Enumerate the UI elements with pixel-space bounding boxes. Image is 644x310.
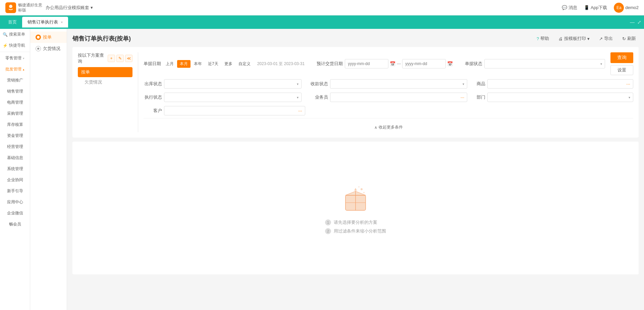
sidebar-item-operations[interactable]: 经营管理 (0, 141, 30, 152)
goods-more-icon[interactable]: ··· (626, 81, 630, 87)
date-tab-this-month[interactable]: 本月 (177, 60, 191, 68)
date-tab-custom[interactable]: 自定义 (236, 60, 253, 68)
print-button[interactable]: 🖨 按模板打印 ▾ (556, 34, 592, 43)
filter-grid-wrapper: 单据日期 上月 本月 本年 近7天 更多 自定义 2023-03-01 至 20… (144, 52, 633, 132)
sales-rep-field[interactable]: ··· (330, 93, 468, 102)
sidebar-item-newbie[interactable]: 新手引导 (0, 186, 30, 197)
sidebar-item-sales[interactable]: 销售管理 (0, 86, 30, 97)
status-dropdown[interactable]: ▾ (484, 59, 605, 68)
expected-date-end[interactable] (402, 59, 446, 68)
exec-status-dropdown[interactable]: ▾ (164, 93, 302, 102)
tab-home[interactable]: 首页 (3, 19, 22, 25)
app-download-action[interactable]: 📱 App下载 (584, 5, 607, 11)
customer-field[interactable]: ··· (164, 106, 305, 115)
sidebar-search[interactable]: 🔍 搜索菜单 (0, 29, 30, 40)
sub-sidebar-item-debt[interactable]: 欠货情况 (30, 43, 67, 54)
sidebar-item-weixin[interactable]: 企业微信 (0, 208, 30, 219)
filter-goods: 商品 ··· (475, 79, 633, 89)
scheme-item-press[interactable]: 按单 (78, 67, 132, 77)
filter-dept: 部门 ▾ (475, 93, 633, 102)
tab-expand-icon[interactable]: ⤢ (637, 19, 641, 25)
filter-row-1: 单据日期 上月 本月 本年 近7天 更多 自定义 2023-03-01 至 20… (144, 52, 633, 75)
collection-label: 收款状态 (310, 81, 328, 87)
refresh-button[interactable]: ↻ 刷新 (620, 34, 639, 43)
tab-sales-order[interactable]: 销售订单执行表 × (22, 17, 68, 28)
svg-point-2 (37, 48, 39, 50)
date-tab-this-year[interactable]: 本年 (191, 60, 205, 68)
sidebar-item-ecommerce[interactable]: 电商管理 (0, 97, 30, 108)
top-bar-left: 畅捷通好生意 标版 办公用品行业模拟账套 ▾ (5, 2, 93, 13)
sidebar-item-purchase[interactable]: 采购管理 (0, 108, 30, 119)
help-button[interactable]: ? 帮助 (534, 34, 552, 43)
empty-tip-1: 1 请先选择要分析的方案 (325, 219, 386, 225)
sidebar-item-enterprise[interactable]: 企业协同 (0, 174, 30, 186)
message-action[interactable]: 💬 消息 (562, 5, 577, 11)
page-actions: ? 帮助 🖨 按模板打印 ▾ ↗ 导出 ↻ 刷新 (534, 34, 639, 43)
sidebar-item-inventory[interactable]: 库存核算 (0, 119, 30, 130)
collapse-button[interactable]: ∧ 收起更多条件 (369, 122, 408, 132)
scheme-add-button[interactable]: + (108, 55, 115, 62)
top-bar: 畅捷通好生意 标版 办公用品行业模拟账套 ▾ 💬 消息 📱 App下载 Ea d… (0, 0, 644, 15)
date-label: 单据日期 (144, 61, 161, 67)
svg-point-1 (37, 36, 40, 39)
content-area: 销售订单执行表(按单) ? 帮助 🖨 按模板打印 ▾ ↗ 导出 ↻ 刷新 (67, 29, 644, 310)
sales-rep-more-icon[interactable]: ··· (461, 95, 465, 100)
filter-collection-status: 收款状态 ▾ (310, 79, 468, 89)
date-tab-last7[interactable]: 近7天 (205, 60, 221, 68)
scheme-header: 按以下方案查询 + ✎ ≪ (78, 52, 132, 64)
svg-point-12 (358, 186, 360, 188)
app-title[interactable]: 办公用品行业模拟账套 ▾ (46, 5, 93, 11)
query-button[interactable]: 查询 (610, 52, 633, 63)
calendar-icon-end[interactable]: 📅 (447, 61, 453, 66)
date-tabs: 上月 本月 本年 近7天 更多 自定义 (163, 60, 253, 68)
status-dropdown-arrow: ▾ (600, 62, 602, 66)
sidebar-item-app-center[interactable]: 应用中心 (0, 197, 30, 208)
page-header: 销售订单执行表(按单) ? 帮助 🖨 按模板打印 ▾ ↗ 导出 ↻ 刷新 (72, 34, 639, 43)
results-area: 1 请先选择要分析的方案 2 用过滤条件来缩小分析范围 (72, 142, 639, 274)
scheme-collapse-button[interactable]: ≪ (125, 55, 132, 62)
calendar-icon-start[interactable]: 📅 (390, 61, 395, 66)
sidebar-item-retail[interactable]: 零售管理 ▾ (0, 53, 30, 64)
tab-bar: 首页 销售订单执行表 × — ⤢ (0, 15, 644, 29)
sidebar-divider (0, 52, 30, 52)
tab-close-icon[interactable]: × (61, 20, 63, 24)
user-area[interactable]: Ea demo2 (614, 3, 639, 13)
collection-arrow: ▾ (463, 82, 464, 86)
sidebar-item-finance[interactable]: 资金管理 (0, 130, 30, 141)
top-bar-right: 💬 消息 📱 App下载 Ea demo2 (562, 3, 639, 13)
customer-more-icon[interactable]: ··· (298, 108, 302, 113)
scheme-edit-button[interactable]: ✎ (116, 55, 124, 62)
expected-date-range: 📅 — 📅 (345, 59, 453, 68)
sidebar-item-system[interactable]: 系统管理 (0, 163, 30, 174)
settings-button[interactable]: 设置 (610, 65, 633, 75)
sidebar-item-member[interactable]: 畅会员 (0, 219, 30, 230)
sidebar-nav[interactable]: ⚡ 快捷导航 (0, 40, 30, 51)
sidebar-item-wholesale[interactable]: 批发管理 ▴ (0, 64, 30, 75)
sub-sidebar: 按单 欠货情况 (30, 29, 67, 310)
expected-date-start[interactable] (345, 59, 388, 68)
scheme-item-debt[interactable]: 欠货情况 (78, 77, 132, 87)
empty-icon (339, 182, 372, 215)
sub-sidebar-item-press[interactable]: 按单 (30, 32, 67, 43)
sidebar-item-marketing[interactable]: 营销推广 (0, 75, 30, 86)
tab-bar-right: — ⤢ (630, 19, 641, 25)
scheme-selector: 按以下方案查询 + ✎ ≪ (78, 52, 138, 132)
scheme-actions: + ✎ ≪ (108, 55, 132, 62)
out-status-dropdown[interactable]: ▾ (164, 79, 302, 89)
dept-dropdown[interactable]: ▾ (487, 93, 633, 102)
filter-row-3: 执行状态 ▾ 业务员 ··· (144, 93, 633, 102)
status-label: 单据状态 (465, 61, 482, 67)
date-tab-last-month[interactable]: 上月 (163, 60, 176, 68)
goods-field[interactable]: ··· (487, 79, 633, 89)
filter-row-2: 出库状态 ▾ 收款状态 ▾ (144, 79, 633, 89)
collection-dropdown[interactable]: ▾ (330, 79, 468, 89)
dept-label: 部门 (475, 94, 485, 100)
date-range-text: 2023-03-01 至 2023-03-31 (257, 61, 305, 67)
sidebar-item-basic[interactable]: 基础信息 (0, 152, 30, 163)
filter-out-status: 出库状态 ▾ (144, 79, 302, 89)
goods-label: 商品 (475, 81, 485, 87)
date-tab-more[interactable]: 更多 (222, 60, 235, 68)
export-button[interactable]: ↗ 导出 (596, 34, 615, 43)
svg-point-11 (363, 192, 365, 193)
tab-minimize-icon[interactable]: — (630, 19, 635, 25)
